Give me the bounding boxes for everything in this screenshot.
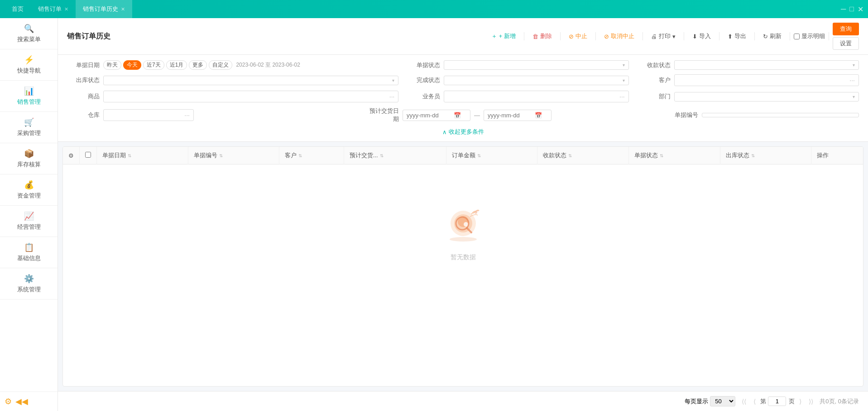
th-settings[interactable]: ⚙ (63, 147, 80, 164)
sidebar-settings-button[interactable]: ⚙ (5, 396, 12, 406)
customer-dots-icon: ··· (849, 77, 855, 84)
query-button[interactable]: 查询 (833, 23, 859, 35)
pagination: 每页显示 10 20 50 100 ⟨⟨ ⟨ 第 页 ⟩ ⟩⟩ 共0页, 0条记… (58, 391, 868, 411)
th-receipt-status[interactable]: 收款状态 ⇅ (537, 147, 629, 164)
date-label: 单据日期 (67, 61, 103, 69)
order-status-select[interactable]: ▾ (444, 60, 628, 70)
data-table: ⚙ 单据日期 ⇅ 单据编号 (63, 147, 863, 298)
empty-text: 暂无数据 (451, 253, 476, 261)
stop-button[interactable]: ⊘ 中止 (564, 30, 592, 42)
prev-page-button[interactable]: ⟨ (751, 397, 758, 406)
th-amount[interactable]: 订单金额 ⇅ (446, 147, 537, 164)
sidebar-item-base-info[interactable]: 📋 基础信息 (0, 237, 58, 268)
date-to-field[interactable] (488, 112, 533, 119)
import-button[interactable]: ⬇ 导入 (688, 30, 715, 42)
export-button[interactable]: ⬆ 导出 (723, 30, 751, 42)
window-maximize-button[interactable]: □ (849, 5, 854, 13)
page-size-dropdown[interactable]: 10 20 50 100 (710, 396, 735, 406)
th-customer-label: 客户 (285, 151, 297, 160)
export-icon: ⬆ (728, 33, 733, 40)
th-order-no[interactable]: 单据编号 ⇅ (188, 147, 279, 164)
empty-area: 暂无数据 (63, 164, 863, 298)
tab-sales-order-history-close[interactable]: ✕ (121, 6, 125, 12)
product-input[interactable]: ··· (103, 91, 398, 102)
th-customer[interactable]: 客户 ⇅ (279, 147, 344, 164)
shortcut-yesterday[interactable]: 昨天 (103, 60, 121, 70)
refresh-icon: ↻ (763, 33, 768, 40)
first-page-button[interactable]: ⟨⟨ (739, 397, 749, 406)
dept-select[interactable]: ▾ (674, 92, 859, 102)
complete-status-select[interactable]: ▾ (444, 76, 628, 85)
display-dense-toggle[interactable]: 显示明细 (794, 32, 825, 40)
sidebar-item-quick-nav[interactable]: ⚡ 快捷导航 (0, 49, 58, 81)
filter-section-date: 单据日期 昨天 今天 近7天 近1月 更多 自定义 2023-06-02 至 2… (67, 60, 398, 70)
last-page-button[interactable]: ⟩⟩ (806, 397, 816, 406)
sidebar-item-sys-mgmt[interactable]: ⚙️ 系统管理 (0, 268, 58, 300)
sep8 (790, 32, 790, 40)
date-range-text: 2023-06-02 至 2023-06-02 (236, 61, 300, 69)
refresh-button[interactable]: ↻ 刷新 (758, 30, 786, 42)
next-page-button[interactable]: ⟩ (796, 397, 804, 406)
th-checkbox[interactable] (80, 147, 97, 164)
th-expected-delivery[interactable]: 预计交货... ⇅ (344, 147, 446, 164)
shortcut-7days[interactable]: 近7天 (143, 60, 164, 70)
date-shortcuts: 昨天 今天 近7天 近1月 更多 自定义 (103, 60, 232, 70)
sidebar-item-finance[interactable]: 💰 资金管理 (0, 174, 58, 206)
settings-button[interactable]: 设置 (833, 37, 859, 50)
sidebar-collapse-button[interactable]: ◀◀ (15, 396, 28, 406)
delivery-status-dropdown-icon: ▾ (392, 78, 394, 83)
collapse-button[interactable]: ∧ 收起更多条件 (67, 128, 859, 136)
receipt-status-select[interactable]: ▾ (674, 60, 859, 70)
cancel-stop-button[interactable]: ⊘ 取消中止 (599, 30, 639, 42)
sep1 (524, 32, 524, 40)
th-action: 操作 (811, 147, 863, 164)
print-button[interactable]: 🖨 打印 ▾ (647, 30, 680, 42)
th-delivery-status-label: 出库状态 (726, 151, 749, 160)
sidebar-item-operations[interactable]: 📈 经营管理 (0, 206, 58, 237)
delivery-status-select[interactable]: ▾ (103, 76, 398, 85)
sidebar-item-purchase-mgmt[interactable]: 🛒 采购管理 (0, 112, 58, 143)
page-total: 共0页, 0条记录 (820, 397, 859, 406)
shortcut-today[interactable]: 今天 (123, 60, 141, 70)
date-to-input[interactable]: 📅 (484, 110, 551, 121)
add-button[interactable]: ＋ + 新增 (487, 30, 520, 42)
select-all-checkbox[interactable] (85, 152, 91, 158)
date-from-input[interactable]: 📅 (403, 110, 470, 121)
tab-home[interactable]: 首页 (5, 0, 31, 18)
window-close-button[interactable]: ✕ (858, 5, 863, 14)
warehouse-dots-icon: ··· (184, 111, 190, 119)
th-date[interactable]: 单据日期 ⇅ (97, 147, 188, 164)
import-icon: ⬇ (692, 33, 697, 40)
shortcut-1month[interactable]: 近1月 (166, 60, 187, 70)
settings-icon: ⚙ (68, 152, 74, 159)
sep2 (560, 32, 561, 40)
sidebar-item-sales-mgmt[interactable]: 📊 销售管理 (0, 81, 58, 112)
order-status-dropdown-icon: ▾ (623, 63, 625, 68)
sidebar-item-inventory[interactable]: 📦 库存核算 (0, 143, 58, 174)
table-header-row: ⚙ 单据日期 ⇅ 单据编号 (63, 147, 863, 164)
sep7 (754, 32, 755, 40)
display-dense-checkbox[interactable] (794, 34, 800, 39)
customer-input[interactable]: ··· (674, 74, 859, 86)
sidebar-bottom: ⚙ ◀◀ (0, 392, 58, 411)
shortcut-custom[interactable]: 自定义 (209, 60, 232, 70)
product-label: 商品 (67, 92, 103, 101)
refresh-label: 刷新 (770, 32, 782, 40)
delete-button[interactable]: 🗑 删除 (528, 30, 556, 42)
order-no-input[interactable] (702, 113, 859, 117)
sidebar-item-search-menu[interactable]: 🔍 搜索菜单 (0, 18, 58, 49)
salesperson-input[interactable]: ··· (444, 91, 628, 102)
th-order-no-label: 单据编号 (194, 151, 217, 160)
warehouse-input[interactable]: ··· (103, 109, 194, 121)
tab-sales-order-close[interactable]: ✕ (64, 6, 68, 12)
empty-cell: 暂无数据 (63, 164, 863, 298)
tab-sales-order[interactable]: 销售订单 ✕ (31, 0, 76, 18)
shortcut-more[interactable]: 更多 (189, 60, 207, 70)
tab-sales-order-history[interactable]: 销售订单历史 ✕ (76, 0, 132, 18)
page-number-input[interactable] (768, 396, 786, 406)
date-from-field[interactable] (407, 112, 452, 119)
th-order-status[interactable]: 单据状态 ⇅ (628, 147, 720, 164)
search-menu-icon: 🔍 (24, 24, 34, 34)
window-minimize-button[interactable]: ─ (841, 5, 846, 13)
th-delivery-status[interactable]: 出库状态 ⇅ (720, 147, 811, 164)
